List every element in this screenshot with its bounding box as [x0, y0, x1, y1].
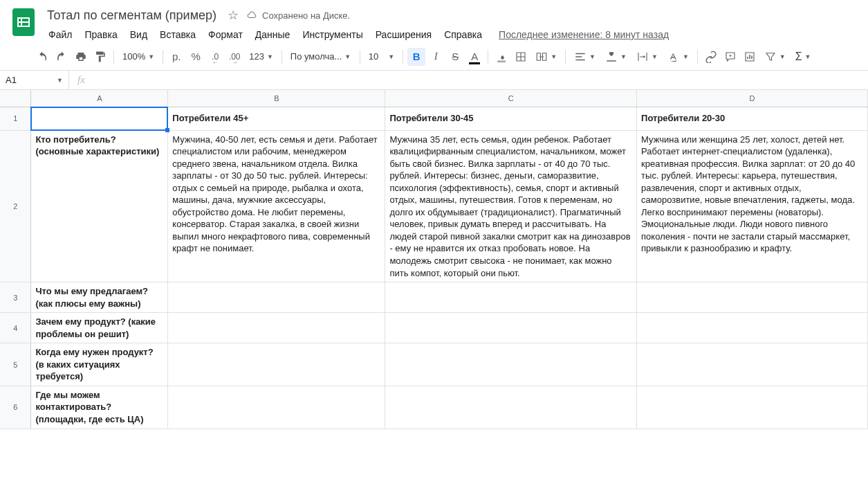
- select-all-corner[interactable]: [0, 90, 31, 107]
- name-box-caret-icon: ▼: [57, 77, 63, 84]
- cloud-status[interactable]: Сохранено на Диске.: [246, 10, 350, 21]
- row-head-1[interactable]: 1: [0, 107, 31, 130]
- cloud-status-text: Сохранено на Диске.: [262, 10, 350, 21]
- row-head-3[interactable]: 3: [0, 282, 31, 313]
- document-title[interactable]: Тотал по сегментам (пример): [43, 7, 221, 24]
- cell-D4[interactable]: [637, 313, 868, 343]
- cell-D5[interactable]: [637, 343, 868, 386]
- cell-C3[interactable]: [385, 282, 637, 313]
- menu-edit[interactable]: Правка: [79, 26, 122, 43]
- cell-C4[interactable]: [385, 313, 637, 343]
- cell-A3[interactable]: Что мы ему предлагаем? (как плюсы ему ва…: [31, 282, 168, 313]
- insert-chart-button[interactable]: [741, 48, 759, 66]
- menu-file[interactable]: Файл: [43, 26, 77, 43]
- name-box-value: A1: [6, 75, 17, 85]
- cell-D6[interactable]: [637, 386, 868, 429]
- sheets-logo-icon[interactable]: [12, 8, 35, 36]
- increase-decimal-button[interactable]: .00→: [225, 48, 243, 66]
- fx-label: fx: [69, 74, 93, 86]
- cell-B3[interactable]: [168, 282, 385, 313]
- cell-B4[interactable]: [168, 313, 385, 343]
- cell-C5[interactable]: [385, 343, 637, 386]
- menu-help[interactable]: Справка: [438, 26, 488, 43]
- strikethrough-button[interactable]: S: [446, 48, 464, 66]
- more-formats-dropdown[interactable]: 123▼: [245, 48, 277, 66]
- star-icon[interactable]: ☆: [228, 8, 239, 23]
- zoom-dropdown[interactable]: 100%▼: [118, 48, 158, 66]
- cell-B2[interactable]: Мужчина, 40-50 лет, есть семья и дети. Р…: [168, 130, 385, 282]
- cell-B6[interactable]: [168, 386, 385, 429]
- cloud-icon: [246, 10, 258, 20]
- row-head-4[interactable]: 4: [0, 313, 31, 343]
- cell-A2[interactable]: Кто потребитель? (основные характеристик…: [31, 130, 168, 282]
- horizontal-align-dropdown[interactable]: ▼: [570, 48, 600, 66]
- col-head-D[interactable]: D: [637, 90, 868, 107]
- text-wrap-dropdown[interactable]: ▼: [632, 48, 662, 66]
- row-head-6[interactable]: 6: [0, 386, 31, 429]
- logo-wrap: [8, 6, 39, 36]
- insert-comment-button[interactable]: [721, 48, 739, 66]
- decrease-decimal-button[interactable]: .0←: [206, 48, 224, 66]
- menu-tools[interactable]: Инструменты: [297, 26, 368, 43]
- col-head-C[interactable]: C: [385, 90, 637, 107]
- formula-input[interactable]: [93, 71, 868, 89]
- cell-B1[interactable]: Потребители 45+: [168, 107, 385, 130]
- redo-button[interactable]: [53, 48, 71, 66]
- cell-D2[interactable]: Мужчина или женщина 25 лет, холост, дете…: [637, 130, 868, 282]
- paint-format-button[interactable]: [91, 48, 109, 66]
- menu-bar: Файл Правка Вид Вставка Формат Данные Ин…: [43, 25, 860, 43]
- last-edit-link[interactable]: Последнее изменение: 8 минут назад: [493, 26, 674, 43]
- toolbar: 100%▼ р. % .0← .00→ 123▼ По умолча...▼ 1…: [0, 43, 868, 71]
- cell-D3[interactable]: [637, 282, 868, 313]
- cell-C1[interactable]: Потребители 30-45: [385, 107, 637, 130]
- row-head-2[interactable]: 2: [0, 130, 31, 282]
- cell-A1[interactable]: [31, 107, 168, 130]
- filter-dropdown[interactable]: ▼: [760, 48, 790, 66]
- cell-D1[interactable]: Потребители 20-30: [637, 107, 868, 130]
- vertical-align-dropdown[interactable]: ▼: [601, 48, 631, 66]
- print-button[interactable]: [72, 48, 90, 66]
- font-size-dropdown[interactable]: 10▼: [364, 48, 398, 66]
- undo-button[interactable]: [33, 48, 51, 66]
- font-family-dropdown[interactable]: По умолча...▼: [286, 48, 355, 66]
- cell-A6[interactable]: Где мы можем контактировать? (площадки, …: [31, 386, 168, 429]
- text-rotation-dropdown[interactable]: ▼: [663, 48, 693, 66]
- row-head-5[interactable]: 5: [0, 343, 31, 386]
- text-color-button[interactable]: A: [465, 48, 483, 66]
- name-box[interactable]: A1 ▼: [0, 71, 69, 89]
- italic-button[interactable]: I: [427, 48, 445, 66]
- cell-C6[interactable]: [385, 386, 637, 429]
- menu-insert[interactable]: Вставка: [154, 26, 201, 43]
- format-percent-button[interactable]: %: [187, 48, 205, 66]
- spreadsheet-grid[interactable]: A B C D 1 Потребители 45+ Потребители 30…: [0, 90, 868, 429]
- menu-data[interactable]: Данные: [250, 26, 296, 43]
- cell-B5[interactable]: [168, 343, 385, 386]
- cell-A5[interactable]: Когда ему нужен продукт? (в каких ситуац…: [31, 343, 168, 386]
- merge-cells-dropdown[interactable]: ▼: [531, 48, 561, 66]
- cell-C2[interactable]: Мужчина 35 лет, есть семья, один ребенок…: [385, 130, 637, 282]
- bold-button[interactable]: B: [407, 48, 425, 66]
- format-currency-button[interactable]: р.: [167, 48, 185, 66]
- insert-link-button[interactable]: [702, 48, 720, 66]
- menu-extensions[interactable]: Расширения: [370, 26, 437, 43]
- fill-color-button[interactable]: [492, 48, 510, 66]
- menu-view[interactable]: Вид: [124, 26, 153, 43]
- col-head-A[interactable]: A: [31, 90, 168, 107]
- app-header: Тотал по сегментам (пример) ☆ Сохранено …: [0, 0, 868, 43]
- borders-button[interactable]: [512, 48, 530, 66]
- cell-A4[interactable]: Зачем ему продукт? (какие проблемы он ре…: [31, 313, 168, 343]
- menu-format[interactable]: Формат: [203, 26, 248, 43]
- col-head-B[interactable]: B: [168, 90, 385, 107]
- formula-bar: A1 ▼ fx: [0, 71, 868, 90]
- functions-dropdown[interactable]: Σ▼: [791, 48, 815, 66]
